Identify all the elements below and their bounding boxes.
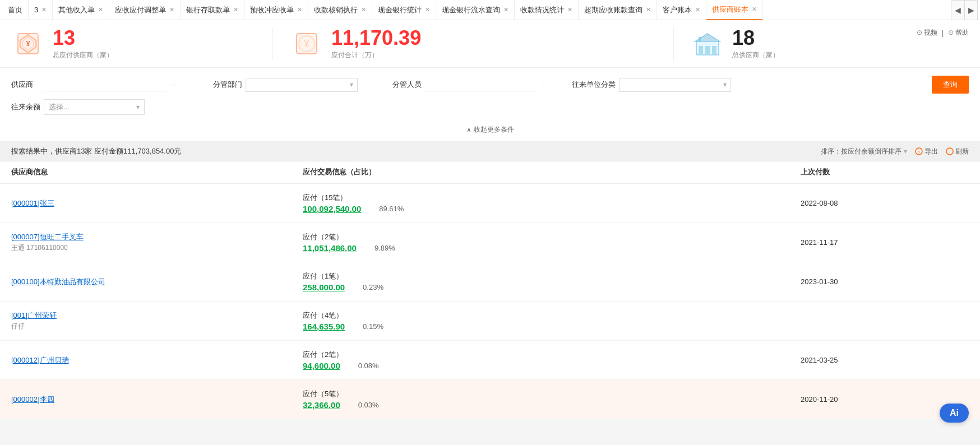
last-pay-date: 2021-11-17 [801,238,969,247]
nav-tab-3[interactable]: 3 ✕ [29,0,53,20]
payable-percent: 9.89% [375,244,395,252]
nav-tab-other-income[interactable]: 其他收入单 ✕ [53,0,109,20]
stat-suppliers-payable: ¥ 13 总应付供应商（家） [11,27,273,61]
person-input[interactable] [425,78,537,91]
supplier-name-link[interactable]: [000007]恒旺二手叉车 [11,232,303,242]
filter-supplier: 供应商 ··· [11,78,202,91]
payable-label: 应付（15笔） [303,193,801,203]
close-other-income-icon[interactable]: ✕ [98,6,103,13]
nav-tab-overdue-ar-label: 超期应收账款查询 [584,5,642,15]
payable-amount[interactable]: 100,092,540.00 [303,204,361,214]
table-row: [000007]恒旺二手叉车 王通 17106110000 应付（2笔） 11,… [0,223,980,262]
nav-tab-home-label: 首页 [8,5,22,15]
nav-tab-ar-ap-adjust[interactable]: 应收应付调整单 ✕ [109,0,181,20]
nav-tab-cash-bank-flow[interactable]: 现金银行流水查询 ✕ [436,0,515,20]
payable-info-cell: 应付（15笔） 100,092,540.00 89.61% [303,193,801,214]
export-button[interactable]: ○ 导出 [915,147,938,156]
last-pay-date: 2023-01-30 [801,277,969,286]
filter-category-label: 往来单位分类 [572,80,616,90]
supplier-name-link[interactable]: [000012]广州贝瑞 [11,355,303,365]
nav-arrow-right[interactable]: ▶ [964,0,978,20]
dept-select-wrapper [246,78,358,92]
payable-amount[interactable]: 258,000.00 [303,282,345,292]
close-prepay-ar-icon[interactable]: ✕ [297,6,302,13]
nav-tab-supplier-ledger[interactable]: 供应商账本 ✕ [706,0,763,20]
supplier-info-cell: [000007]恒旺二手叉车 王通 17106110000 [11,232,303,253]
nav-arrow-left[interactable]: ◀ [951,0,964,20]
payable-amount[interactable]: 11,051,486.00 [303,243,357,253]
last-pay-date: 2021-03-25 [801,356,969,364]
payable-percent: 0.23% [363,283,383,291]
nav-tab-home[interactable]: 首页 [2,0,29,20]
svg-text:○: ○ [918,150,921,155]
nav-tab-3-label: 3 [34,6,38,14]
stat-info-total-suppliers: 18 总供应商（家） [732,28,779,60]
balance-select[interactable]: 选择... ▾ [44,99,145,115]
nav-tab-cash-bank-stat[interactable]: 现金银行统计 ✕ [372,0,436,20]
collapse-label: 收起更多条件 [474,125,514,135]
nav-tab-bank-deposit-label: 银行存取款单 [186,5,230,15]
nav-arrows: ◀ ▶ [951,0,978,20]
stat-icon-diamond: ¥ [11,27,45,61]
filter-supplier-label: 供应商 [11,80,39,90]
supplier-name-link[interactable]: [000100]本特勤油品有限公司 [11,277,303,287]
category-select[interactable] [619,78,731,92]
nav-tab-prepay-ar[interactable]: 预收冲应收单 ✕ [244,0,308,20]
payable-amount[interactable]: 164,635.90 [303,322,345,331]
refresh-button[interactable]: 刷新 [946,147,969,156]
balance-placeholder: 选择... [49,102,70,112]
stat-icon-payable: ¥ [290,27,323,61]
supplier-name-link[interactable]: [001]广州荣轩 [11,310,303,321]
sort-label: 排序：按应付余额倒序排序 [821,147,902,156]
payable-info-cell: 应付（4笔） 164,635.90 0.15% [303,310,801,331]
stat-payable-total: ¥ 11,170.39 应付合计（万） [290,27,674,61]
nav-tab-customer-ledger[interactable]: 客户账本 ✕ [657,0,706,20]
payable-info-cell: 应付（5笔） 32,366.00 0.03% [303,389,801,410]
supplier-dots-icon[interactable]: ··· [172,82,176,88]
stats-bar: ¥ 13 总应付供应商（家） ¥ 11,170.39 应付合计（万） [0,20,980,68]
help-video-link[interactable]: ⊙视频 [917,28,937,38]
filter-row-1: 供应商 ··· 分管部门 分管人员 ··· 往来单位 [11,76,969,94]
payable-percent: 0.03% [358,401,379,409]
refresh-icon [946,147,954,155]
person-dots-icon[interactable]: ··· [543,82,547,88]
payable-amount[interactable]: 94,600.00 [303,361,340,370]
close-receipt-verify-icon[interactable]: ✕ [361,6,366,13]
close-cash-bank-flow-icon[interactable]: ✕ [503,6,509,13]
help-link[interactable]: ⊙帮助 [948,28,969,38]
supplier-name-link[interactable]: [000002]李四 [11,395,303,405]
close-tab-3-icon[interactable]: ✕ [41,6,47,13]
sort-arrow-icon: ▾ [904,147,907,155]
supplier-info-cell: [001]广州荣轩 仔仔 [11,310,303,331]
svg-text:¥: ¥ [26,39,30,48]
payable-amount[interactable]: 32,366.00 [303,400,340,410]
close-customer-ledger-icon[interactable]: ✕ [695,6,700,13]
close-ar-ap-adjust-icon[interactable]: ✕ [169,6,174,13]
supplier-info-cell: [000012]广州贝瑞 [11,355,303,365]
nav-tab-other-income-label: 其他收入单 [58,5,95,15]
close-overdue-ar-icon[interactable]: ✕ [646,6,651,13]
close-cash-bank-stat-icon[interactable]: ✕ [425,6,430,13]
nav-tab-bank-deposit[interactable]: 银行存取款单 ✕ [181,0,244,20]
nav-tab-receipt-stat-label: 收款情况统计 [520,5,564,15]
filter-row-2: 往来余额 选择... ▾ [11,99,969,115]
nav-tab-receipt-verify[interactable]: 收款核销执行 ✕ [308,0,372,20]
supplier-input[interactable] [43,78,166,91]
nav-tab-prepay-ar-label: 预收冲应收单 [250,5,294,15]
stat-info-payable-total: 11,170.39 应付合计（万） [331,28,421,60]
close-supplier-ledger-icon[interactable]: ✕ [752,6,757,13]
payable-info-cell: 应付（1笔） 258,000.00 0.23% [303,271,801,292]
ai-button[interactable]: Ai [940,404,969,423]
svg-rect-12 [699,37,701,41]
nav-tab-receipt-stat[interactable]: 收款情况统计 ✕ [515,0,579,20]
sort-select[interactable]: 排序：按应付余额倒序排序 ▾ [821,147,907,156]
close-bank-deposit-icon[interactable]: ✕ [233,6,238,13]
supplier-name-link[interactable]: [000001]张三 [11,198,303,208]
nav-tab-supplier-ledger-label: 供应商账本 [712,4,748,15]
collapse-button[interactable]: ∧ 收起更多条件 [11,125,969,135]
dept-select[interactable] [246,78,358,92]
payable-label: 应付（5笔） [303,389,801,399]
nav-tab-overdue-ar[interactable]: 超期应收账款查询 ✕ [579,0,657,20]
search-button[interactable]: 查询 [932,76,969,94]
close-receipt-stat-icon[interactable]: ✕ [567,6,572,13]
